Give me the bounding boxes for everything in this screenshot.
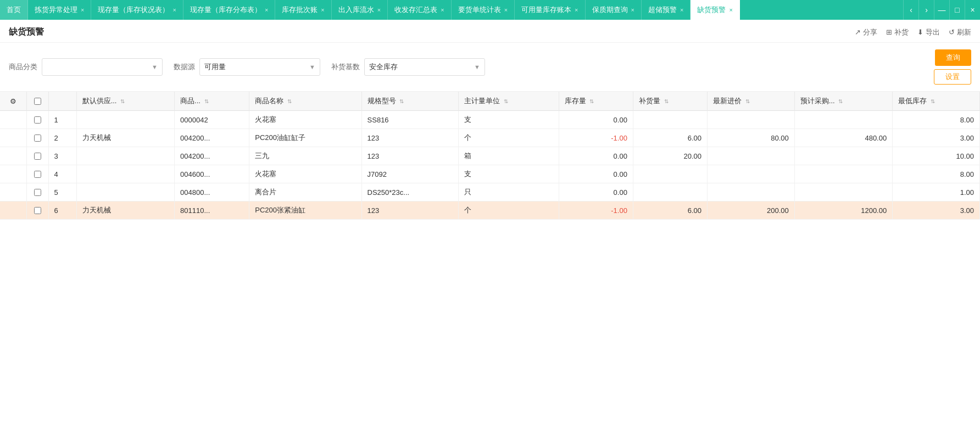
row-latest-price [708,111,795,129]
export-button[interactable]: ⬇ 导出 [917,27,940,37]
replenish-icon: ⊞ [886,28,892,36]
row-est-purchase [794,111,892,129]
tab-close-inventory-status[interactable]: × [172,7,176,13]
replenish-button[interactable]: ⊞ 补货 [886,27,909,37]
row-checkbox-cell[interactable] [26,165,48,183]
col-spec[interactable]: 规格型号 ⇅ [361,92,459,111]
row-est-purchase [794,165,892,183]
row-spec: 123 [361,129,459,147]
select-all-checkbox[interactable] [34,98,41,105]
replenish-base-chevron-down-icon: ▼ [474,64,480,70]
tab-inventory-dist[interactable]: 现存量（库存分布表） × [183,0,275,20]
col-checkbox [26,92,48,111]
tab-scroll-left[interactable]: ‹ [903,0,918,20]
tab-close-expiry-query[interactable]: × [631,7,634,13]
col-product-name[interactable]: 商品名称 ⇅ [249,92,361,111]
row-supplier [76,183,174,201]
col-est-purchase[interactable]: 预计采购... ⇅ [794,92,892,111]
tab-close-in-out-flow[interactable]: × [377,7,381,13]
row-replenish-qty [633,111,707,129]
window-maximize[interactable]: □ [949,0,965,20]
row-supplier: 力天机械 [76,129,174,147]
tab-order-stats[interactable]: 要货单统计表 × [452,0,515,20]
category-select[interactable]: ▼ [42,58,163,76]
row-settings-cell [0,147,26,165]
row-spec: DS250*23c... [361,183,459,201]
row-spec: 123 [361,147,459,165]
datasource-select[interactable]: 可用量 ▼ [199,58,320,76]
tab-exception[interactable]: 拣货异常处理 × [28,0,91,20]
row-checkbox-cell[interactable] [26,147,48,165]
row-checkbox[interactable] [34,171,41,178]
row-checkbox[interactable] [34,135,41,142]
tab-shortage[interactable]: 缺货预警 × [691,0,739,20]
col-stock-qty[interactable]: 库存量 ⇅ [559,92,633,111]
row-checkbox-cell[interactable] [26,111,48,129]
sort-icon-unit: ⇅ [504,98,508,104]
row-num: 2 [48,129,76,147]
table-header-row: ⚙ 默认供应... ⇅ 商品... ⇅ [0,92,980,111]
tab-bar: 首页 拣货异常处理 × 现存量（库存状况表） × 现存量（库存分布表） × 库存… [0,0,980,20]
settings-gear-icon[interactable]: ⚙ [10,97,16,105]
replenish-base-select[interactable]: 安全库存 ▼ [364,58,485,76]
datasource-chevron-down-icon: ▼ [309,64,315,70]
row-spec: J7092 [361,165,459,183]
tab-overstock[interactable]: 超储预警 × [642,0,691,20]
tab-batch-account[interactable]: 库存批次账 × [275,0,331,20]
replenish-base-select-value: 安全库存 [369,62,398,72]
row-checkbox[interactable] [34,153,41,160]
tab-home[interactable]: 首页 [0,0,28,20]
row-product-name: PC200油缸缸子 [249,129,361,147]
col-replenish-qty[interactable]: 补货量 ⇅ [633,92,707,111]
row-settings-cell [0,111,26,129]
window-minimize[interactable]: — [934,0,949,20]
category-filter-group: 商品分类 ▼ [9,58,163,76]
tab-close-overstock[interactable]: × [680,7,683,13]
tab-inventory-status[interactable]: 现存量（库存状况表） × [91,0,183,20]
col-unit[interactable]: 主计量单位 ⇅ [459,92,559,111]
row-checkbox[interactable] [34,189,41,196]
row-min-stock: 8.00 [893,165,980,183]
tab-close-exception[interactable]: × [81,7,84,13]
row-stock-qty: 0.00 [559,183,633,201]
row-unit: 支 [459,165,559,183]
tab-in-out-flow[interactable]: 出入库流水 × [332,0,388,20]
tab-expiry-query[interactable]: 保质期查询 × [586,0,642,20]
col-latest-price[interactable]: 最新进价 ⇅ [708,92,795,111]
sort-icon-replenish: ⇅ [664,98,669,104]
row-checkbox-cell[interactable] [26,183,48,201]
window-close[interactable]: × [965,0,980,20]
row-checkbox[interactable] [34,207,41,214]
tab-receipt-summary[interactable]: 收发存汇总表 × [388,0,451,20]
tab-close-available-ledger[interactable]: × [575,7,578,13]
share-button[interactable]: ↗ 分享 [855,27,877,37]
refresh-button[interactable]: ↺ 刷新 [949,27,971,37]
col-default-supplier[interactable]: 默认供应... ⇅ [76,92,174,111]
query-button[interactable]: 查询 [935,49,971,66]
row-product-code: 004200... [175,147,249,165]
table-row: 5 004800... 离合片 DS250*23c... 只 0.00 1.00 [0,183,980,201]
row-checkbox-cell[interactable] [26,201,48,220]
tab-close-batch-account[interactable]: × [321,7,324,13]
tab-close-order-stats[interactable]: × [504,7,508,13]
row-checkbox[interactable] [34,116,41,124]
col-settings[interactable]: ⚙ [0,92,26,111]
row-product-name: 离合片 [249,183,361,201]
col-min-stock[interactable]: 最低库存 ⇅ [893,92,980,111]
tab-available-ledger[interactable]: 可用量库存账本 × [515,0,585,20]
row-product-name: 三九 [249,147,361,165]
row-product-code: 0000042 [175,111,249,129]
data-table: ⚙ 默认供应... ⇅ 商品... ⇅ [0,92,980,220]
tab-close-receipt-summary[interactable]: × [441,7,444,13]
row-unit: 个 [459,129,559,147]
table-row: 2 力天机械 004200... PC200油缸缸子 123 个 -1.00 6… [0,129,980,147]
row-checkbox-cell[interactable] [26,129,48,147]
row-min-stock: 3.00 [893,201,980,220]
col-product-code[interactable]: 商品... ⇅ [175,92,249,111]
tab-close-shortage[interactable]: × [729,7,732,13]
settings-button[interactable]: 设置 [934,69,971,85]
row-unit: 个 [459,201,559,220]
tab-scroll-right[interactable]: › [918,0,934,20]
row-spec: SS816 [361,111,459,129]
tab-close-inventory-dist[interactable]: × [265,7,268,13]
